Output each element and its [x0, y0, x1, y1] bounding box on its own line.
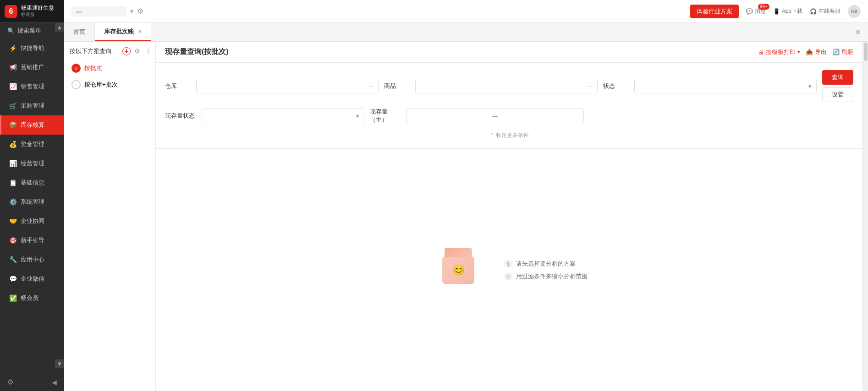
- stock-qty-label: 现存量（主）: [370, 108, 403, 124]
- sidebar-item-quick[interactable]: ⚡ 快捷导航: [0, 38, 64, 58]
- product-input[interactable]: ···: [415, 79, 598, 93]
- warehouse-field: 仓库 ···: [165, 79, 379, 93]
- scheme-settings-icon[interactable]: ⚙: [134, 48, 140, 55]
- sidebar-item-label: 基础信息: [21, 179, 44, 187]
- scheme-by-warehouse-batch[interactable]: ○ 按仓库+批次: [64, 76, 155, 93]
- sidebar-item-label: 企业微信: [21, 275, 44, 283]
- status-chevron-icon: ▾: [808, 83, 812, 90]
- print-icon: 🖨: [758, 49, 764, 55]
- tip-1-text: 请先选择要分析的方案: [516, 260, 576, 268]
- topbar-gear-icon[interactable]: ⚙: [137, 7, 143, 16]
- tip-1-num: 1: [504, 260, 512, 268]
- empty-tip-2: 2 用过滤条件来缩小分析范围: [504, 272, 588, 281]
- warehouse-more-icon[interactable]: ···: [369, 83, 374, 89]
- product-field: 商品 ···: [384, 79, 598, 93]
- sidebar-scroll-up[interactable]: ▲: [55, 23, 64, 32]
- stock-status-select[interactable]: ▾: [202, 109, 364, 123]
- stock-qty-field: 现存量（主） —: [370, 108, 584, 124]
- stock-qty-to-input[interactable]: [502, 113, 579, 119]
- scrollbar-thumb[interactable]: [864, 43, 868, 61]
- panel-header-label: 按以下方案查询: [70, 47, 111, 55]
- purchase-icon: 🛒: [9, 102, 17, 110]
- settings-button[interactable]: 设置: [822, 87, 853, 102]
- topbar-search[interactable]: ▬: [71, 6, 126, 16]
- page-title-bar: 现存量查询(按批次) 🖨 按模板打印 ▾ 📤 导出 🔄 刷新: [156, 42, 863, 63]
- collapse-more-btn[interactable]: ⌃ 收起更多条件: [165, 130, 853, 141]
- topbar-left: ▬ ▾ ⚙: [71, 6, 685, 16]
- empty-state: 😊 1 请先选择要分析的方案 2 用过滤条件来缩小分析范围: [156, 149, 863, 391]
- search-icon: 🔍: [7, 27, 15, 34]
- scheme-by-batch[interactable]: ⊙ 按批次: [64, 60, 155, 76]
- page-title: 现存量查询(按批次): [165, 47, 229, 57]
- topbar-dropdown-icon[interactable]: ▾: [130, 8, 133, 15]
- sidebar-item-collab[interactable]: 🤝 企业协同: [0, 212, 64, 231]
- sidebar-item-purchase[interactable]: 🛒 采购管理: [0, 96, 64, 115]
- product-more-icon[interactable]: ···: [588, 83, 593, 89]
- panel-collapse-icon[interactable]: 《: [144, 47, 150, 55]
- marketing-icon: 📢: [9, 63, 17, 71]
- sidebar-collapse-icon[interactable]: ◀: [52, 379, 57, 386]
- sidebar-item-label: 搜索菜单: [17, 27, 41, 35]
- query-button[interactable]: 查询: [822, 70, 853, 85]
- action-buttons: 查询 设置: [822, 70, 853, 102]
- tab-inventory-batch[interactable]: 库存批次账 ×: [95, 23, 151, 41]
- window-close-btn[interactable]: ✕: [847, 28, 868, 37]
- main-area: ▬ ▾ ⚙ 体验行业方案 💬 消息 99+ 📱 App下载 🎧 在线客服: [64, 0, 868, 391]
- online-service-label: 在线客服: [819, 7, 841, 15]
- tab-home[interactable]: 首页: [64, 23, 95, 41]
- print-label: 按模板打印: [766, 48, 796, 56]
- sidebar-item-system[interactable]: ⚙️ 系统管理: [0, 192, 64, 212]
- topbar-search-input[interactable]: [85, 8, 121, 15]
- empty-tip-1: 1 请先选择要分析的方案: [504, 260, 588, 268]
- app-logo: 6: [5, 5, 17, 18]
- home-tab-label: 首页: [73, 28, 85, 36]
- sidebar-item-sales[interactable]: 📈 销售管理: [0, 77, 64, 96]
- refresh-btn[interactable]: 🔄 刷新: [832, 48, 853, 56]
- export-label: 导出: [815, 48, 827, 56]
- empty-illustration: 😊: [431, 243, 486, 298]
- sidebar-item-apps[interactable]: 🔧 应用中心: [0, 250, 64, 269]
- system-icon: ⚙️: [9, 198, 17, 206]
- sidebar-item-inventory[interactable]: 📦 库存核算: [0, 115, 64, 135]
- newbie-icon: 🎯: [9, 236, 17, 244]
- collapse-more-label: 收起更多条件: [496, 131, 529, 139]
- sidebar-item-operations[interactable]: 📊 经营管理: [0, 154, 64, 173]
- sidebar-item-label: 企业协同: [21, 217, 44, 225]
- sidebar-item-finance[interactable]: 💰 资金管理: [0, 135, 64, 154]
- page-title-actions: 🖨 按模板打印 ▾ 📤 导出 🔄 刷新: [758, 48, 853, 56]
- print-btn[interactable]: 🖨 按模板打印 ▾: [758, 48, 800, 56]
- sidebar-item-wechat[interactable]: 💬 企业微信: [0, 269, 64, 288]
- sidebar-item-members[interactable]: ✅ 畅会员: [0, 288, 64, 308]
- tab-close-icon[interactable]: ×: [138, 28, 142, 35]
- warehouse-input[interactable]: ···: [196, 79, 379, 93]
- members-icon: ✅: [9, 294, 17, 302]
- stock-qty-from-input[interactable]: [412, 113, 489, 119]
- stock-status-field: 现存量状态 ▾: [165, 109, 364, 123]
- stock-status-label: 现存量状态: [165, 112, 198, 120]
- app-download-icon: 📱: [773, 8, 780, 15]
- online-service-btn[interactable]: 🎧 在线客服: [810, 7, 841, 15]
- sidebar-item-basic[interactable]: 📋 基础信息: [0, 173, 64, 192]
- sidebar: 6 畅康通好生意 标准版 ▲ 🔍 搜索菜单 ⚡ 快捷导航 📢 营销推广 📈 销售…: [0, 0, 64, 391]
- main-scrollbar[interactable]: [863, 42, 868, 391]
- company-name: 畅康通好生意: [21, 5, 54, 12]
- sidebar-item-newbie[interactable]: 🎯 新手引导: [0, 231, 64, 250]
- sidebar-scroll-down[interactable]: ▼: [55, 359, 64, 368]
- filter-row-1: 仓库 ··· 商品 ··· 状态: [165, 70, 853, 102]
- scheme-by-batch-label: 按批次: [84, 64, 102, 72]
- status-select[interactable]: ▾: [634, 79, 817, 93]
- add-scheme-icon[interactable]: +: [122, 47, 131, 55]
- user-avatar-btn[interactable]: Rit: [848, 5, 861, 18]
- filter-area: 仓库 ··· 商品 ··· 状态: [156, 63, 863, 149]
- operations-icon: 📊: [9, 159, 17, 168]
- panel-header-icons: + ⚙ 《: [122, 47, 150, 55]
- sales-icon: 📈: [9, 82, 17, 91]
- messages-badge: 99+: [758, 4, 769, 10]
- export-btn[interactable]: 📤 导出: [806, 48, 827, 56]
- sidebar-item-search[interactable]: 🔍 搜索菜单: [0, 23, 64, 38]
- experience-btn[interactable]: 体验行业方案: [690, 5, 739, 18]
- sidebar-settings-icon[interactable]: ⚙: [7, 378, 14, 386]
- app-download-btn[interactable]: 📱 App下载: [773, 7, 802, 15]
- messages-btn[interactable]: 💬 消息 99+: [746, 7, 766, 15]
- sidebar-item-marketing[interactable]: 📢 营销推广: [0, 58, 64, 77]
